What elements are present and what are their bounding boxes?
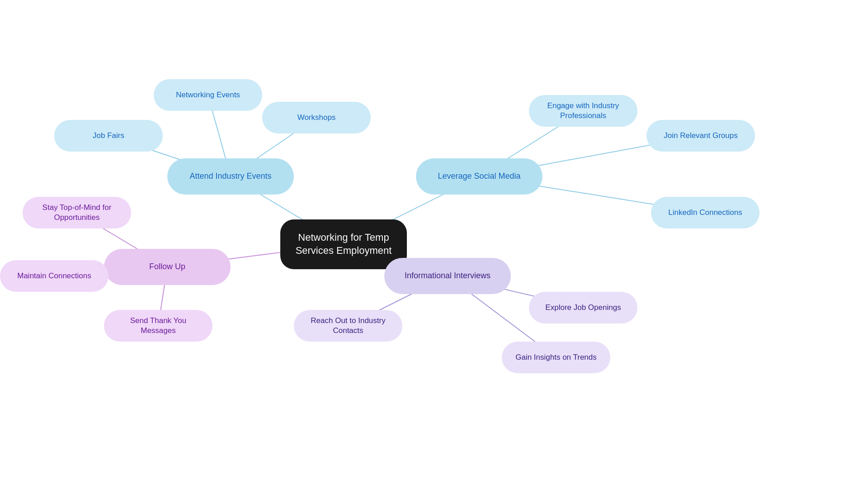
- mindmap-container: Networking for Temp Services EmploymentA…: [0, 0, 868, 490]
- center-node: Networking for Temp Services Employment: [280, 219, 407, 269]
- node-join-groups: Join Relevant Groups: [646, 120, 755, 152]
- node-engage: Engage with Industry Professionals: [529, 95, 637, 127]
- node-leverage: Leverage Social Media: [416, 158, 542, 195]
- node-stay-top: Stay Top-of-Mind for Opportunities: [23, 197, 131, 228]
- node-workshops: Workshops: [262, 102, 371, 133]
- node-maintain: Maintain Connections: [0, 260, 108, 292]
- node-explore-jobs: Explore Job Openings: [529, 292, 637, 323]
- node-gain-insights: Gain Insights on Trends: [502, 342, 610, 373]
- node-follow-up: Follow Up: [104, 249, 231, 285]
- node-informational: Informational Interviews: [384, 258, 511, 294]
- node-networking-events: Networking Events: [154, 79, 262, 111]
- node-attend: Attend Industry Events: [167, 158, 294, 195]
- node-thank-you: Send Thank You Messages: [104, 310, 212, 342]
- node-job-fairs: Job Fairs: [54, 120, 163, 152]
- node-linkedin: LinkedIn Connections: [651, 197, 760, 228]
- node-reach-out: Reach Out to Industry Contacts: [294, 310, 402, 342]
- connection-lines: [0, 0, 868, 490]
